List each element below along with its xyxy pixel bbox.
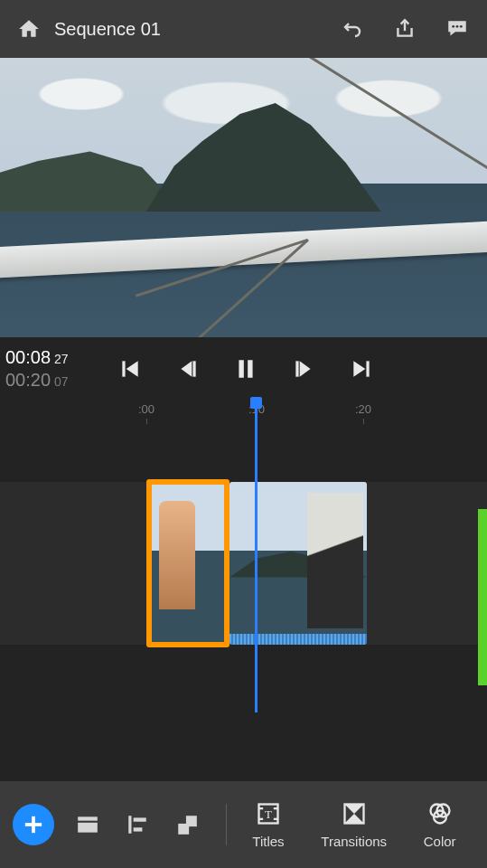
svg-rect-13	[128, 816, 131, 834]
svg-rect-8	[367, 361, 370, 376]
svg-point-0	[452, 25, 454, 28]
svg-rect-6	[248, 360, 252, 378]
timecode-display: 00:08 27 00:20 07	[5, 346, 69, 392]
svg-rect-10	[25, 823, 42, 826]
project-tool-icon[interactable]	[74, 813, 101, 836]
pause-button[interactable]	[234, 356, 258, 382]
svg-rect-15	[134, 827, 143, 831]
share-icon[interactable]	[393, 17, 417, 41]
duration-frames: 07	[54, 374, 69, 391]
svg-rect-17	[178, 824, 189, 835]
ruler-mark: :00	[138, 402, 155, 416]
color-panel-button[interactable]: Color	[424, 801, 456, 849]
home-icon[interactable]	[16, 17, 42, 41]
titles-label: Titles	[252, 834, 284, 849]
playhead[interactable]	[255, 401, 258, 712]
svg-rect-5	[239, 360, 244, 378]
bottom-toolbar: T Titles Transitions Color	[0, 781, 487, 868]
duration-time: 00:20	[5, 369, 51, 392]
current-frames: 27	[54, 352, 69, 368]
color-label: Color	[424, 834, 456, 849]
skip-start-button[interactable]	[118, 357, 142, 381]
transitions-panel-button[interactable]: Transitions	[321, 801, 387, 849]
svg-rect-3	[123, 361, 126, 376]
step-forward-button[interactable]	[292, 357, 315, 381]
add-media-button[interactable]	[13, 804, 54, 845]
timeline-clip-selected[interactable]	[146, 479, 229, 647]
step-back-button[interactable]	[176, 357, 200, 381]
video-track[interactable]	[0, 482, 487, 645]
skip-end-button[interactable]	[350, 357, 373, 381]
timeline-clip-edge[interactable]	[478, 509, 487, 685]
undo-icon[interactable]	[339, 18, 366, 40]
ruler-mark: :20	[355, 402, 371, 416]
video-preview[interactable]	[0, 58, 487, 337]
svg-rect-7	[296, 361, 299, 376]
timeline-clip[interactable]	[229, 482, 367, 645]
svg-rect-4	[193, 361, 196, 376]
layers-tool-icon[interactable]	[173, 813, 201, 836]
svg-rect-14	[134, 817, 146, 821]
svg-rect-12	[78, 823, 98, 833]
sequence-title[interactable]: Sequence 01	[54, 19, 161, 40]
toolbar-separator	[226, 804, 227, 845]
timeline-ruler[interactable]: :00 :10 :20	[0, 401, 487, 424]
svg-rect-11	[78, 816, 98, 820]
align-tool-icon[interactable]	[125, 813, 150, 836]
playback-controls: 00:08 27 00:20 07	[0, 337, 487, 401]
timeline[interactable]: :00 :10 :20	[0, 401, 487, 780]
svg-point-1	[456, 25, 459, 28]
transitions-label: Transitions	[321, 834, 387, 849]
svg-point-2	[460, 25, 463, 28]
current-time: 00:08	[5, 346, 51, 369]
titles-panel-button[interactable]: T Titles	[252, 801, 284, 849]
comment-icon[interactable]	[444, 17, 471, 41]
app-header: Sequence 01	[0, 0, 487, 58]
svg-text:T: T	[265, 807, 272, 820]
